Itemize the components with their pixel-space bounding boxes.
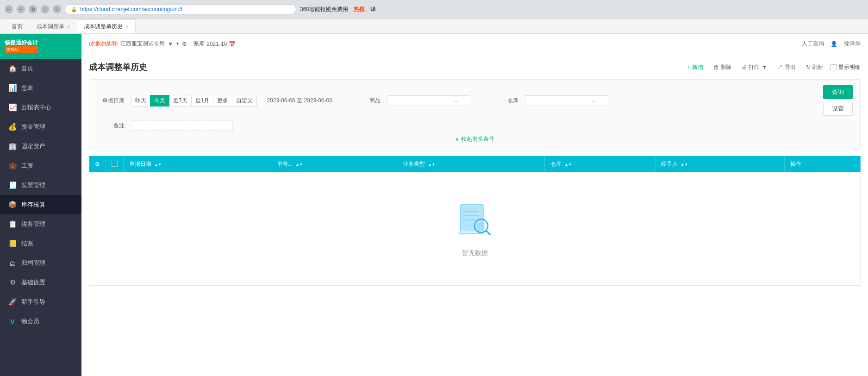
company-dropdown-icon[interactable]: ▼ bbox=[168, 41, 173, 47]
tab-bar: 首页 成本调整单 × 成本调整单历史 × bbox=[0, 19, 868, 34]
sidebar-item-invoice[interactable]: 🧾 发票管理 bbox=[0, 175, 81, 195]
sidebar-item-home-label: 首页 bbox=[21, 64, 33, 73]
sidebar-item-member-label: 畅会员 bbox=[21, 317, 39, 326]
filter-buttons: 查询 设置 bbox=[823, 85, 853, 116]
sort-arrows-handler: ▲▼ bbox=[681, 163, 688, 167]
sidebar-item-inventory[interactable]: 📦 库存核算 bbox=[0, 195, 81, 214]
empty-text: 暂无数据 bbox=[462, 249, 488, 257]
sidebar-item-close-accounts[interactable]: 📒 结账 bbox=[0, 234, 81, 253]
table-col-handler-label: 经手人 bbox=[661, 161, 678, 167]
browser-chrome: ← → ↻ ⌂ ☆ 🔒 https://cloud.chanjet.com/ac… bbox=[0, 0, 868, 19]
table-col-check[interactable] bbox=[106, 156, 124, 173]
export-button[interactable]: ↗ 导出 bbox=[774, 62, 798, 73]
date-tab-more[interactable]: 更多 bbox=[213, 95, 232, 107]
consulting-btn[interactable]: 人工咨询 bbox=[802, 40, 824, 48]
date-tab-today[interactable]: 今天 bbox=[150, 95, 169, 107]
tab-home-label: 首页 bbox=[12, 23, 23, 31]
table-col-date-label: 单据日期 bbox=[129, 161, 151, 167]
browser-toolbar: ← → ↻ ⌂ ☆ 🔒 https://cloud.chanjet.com/ac… bbox=[0, 0, 868, 19]
page-title: 成本调整单历史 bbox=[89, 62, 147, 73]
app-header-left: (勿删勿禁用) 江西服宝测试专用 ▼ + ⚙ 账期 2021-10 📅 bbox=[89, 40, 236, 48]
show-cols-toggle[interactable]: 显示明细 bbox=[831, 63, 861, 71]
print-arrow-icon: ▼ bbox=[762, 64, 767, 70]
sidebar-item-payroll[interactable]: 💼 工资 bbox=[0, 156, 81, 175]
sidebar-item-archive[interactable]: 🗂 归档管理 bbox=[0, 253, 81, 273]
refresh-button[interactable]: ↻ 刷新 bbox=[803, 62, 826, 73]
sidebar-item-tax[interactable]: 📋 税务管理 bbox=[0, 214, 81, 234]
sidebar-item-tax-label: 税务管理 bbox=[21, 220, 45, 228]
page-actions: + 新增 🗑 删除 🖨 打印 ▼ ↗ 导出 ↻ 刷新 显示明细 bbox=[684, 62, 861, 73]
date-tab-custom[interactable]: 自定义 bbox=[232, 95, 257, 107]
star-button[interactable]: ☆ bbox=[53, 5, 61, 13]
warehouse-select[interactable]: ··· bbox=[525, 95, 608, 106]
tab-cost-adjust[interactable]: 成本调整单 × bbox=[30, 19, 77, 33]
empty-state: 暂无数据 bbox=[89, 172, 860, 285]
new-button[interactable]: + 新增 bbox=[684, 62, 706, 73]
date-range-display: 2023-06-06 至 2023-06-06 bbox=[267, 97, 332, 105]
main-content: (勿删勿禁用) 江西服宝测试专用 ▼ + ⚙ 账期 2021-10 📅 人工咨询… bbox=[81, 34, 868, 376]
data-table: ⚙ 单据日期 ▲▼ 单号... ▲▼ 业务类型 bbox=[89, 156, 861, 286]
tab-cost-adjust-history[interactable]: 成本调整单历史 × bbox=[77, 19, 135, 33]
tab-cost-adjust-label: 成本调整单 bbox=[37, 23, 64, 31]
table-col-number[interactable]: 单号... ▲▼ bbox=[271, 156, 397, 173]
date-tabs: 昨天 今天 近7天 近1月 更多 自定义 bbox=[131, 95, 256, 107]
empty-state-illustration bbox=[454, 200, 496, 242]
username: 徐泽华 bbox=[844, 40, 861, 48]
sidebar-item-home[interactable]: 🏠 首页 bbox=[0, 59, 81, 78]
sidebar-item-ledger[interactable]: 📊 总账 bbox=[0, 78, 81, 98]
date-tab-yesterday[interactable]: 昨天 bbox=[131, 95, 150, 107]
tab-home[interactable]: 首页 bbox=[5, 19, 30, 33]
collapse-button[interactable]: ∧ 收起更多条件 bbox=[455, 135, 494, 143]
query-button[interactable]: 查询 bbox=[823, 85, 853, 99]
sidebar-item-fixed-assets-label: 固定资产 bbox=[21, 142, 45, 150]
remark-input[interactable] bbox=[131, 120, 233, 131]
table-col-number-label: 单号... bbox=[277, 161, 293, 167]
show-cols-checkbox[interactable] bbox=[831, 64, 837, 70]
reload-button[interactable]: ↻ bbox=[29, 5, 37, 13]
date-tab-7days[interactable]: 近7天 bbox=[169, 95, 192, 107]
forward-button[interactable]: → bbox=[17, 5, 25, 13]
period-label: 账期 bbox=[194, 40, 205, 48]
date-tab-1month[interactable]: 近1月 bbox=[191, 95, 214, 107]
goods-select[interactable]: ··· bbox=[387, 95, 470, 106]
delete-button[interactable]: 🗑 删除 bbox=[711, 62, 734, 73]
add-company-btn[interactable]: + bbox=[176, 41, 179, 47]
table-col-type[interactable]: 业务类型 ▲▼ bbox=[397, 156, 545, 173]
table-body: 暂无数据 bbox=[89, 172, 861, 286]
member-icon: V bbox=[8, 317, 17, 326]
logo-badge: 旗舰版 bbox=[5, 46, 38, 53]
tab-cost-adjust-history-close[interactable]: × bbox=[125, 24, 128, 29]
filter-settings-button[interactable]: 设置 bbox=[823, 102, 853, 116]
sidebar-item-settings[interactable]: ⚙ 基础设置 bbox=[0, 273, 81, 292]
table-col-gear[interactable]: ⚙ bbox=[89, 156, 106, 173]
table-col-handler[interactable]: 经手人 ▲▼ bbox=[655, 156, 784, 173]
company-settings-icon[interactable]: ⚙ bbox=[182, 41, 187, 47]
goods-more-icon[interactable]: ··· bbox=[454, 97, 459, 104]
invoice-icon: 🧾 bbox=[8, 181, 17, 189]
print-button[interactable]: 🖨 打印 ▼ bbox=[739, 62, 770, 73]
table-select-all-checkbox[interactable] bbox=[112, 161, 118, 167]
sidebar-item-fixed-assets[interactable]: 🏢 固定资产 bbox=[0, 137, 81, 156]
browser-url-bar[interactable]: 🔒 https://cloud.chanjet.com/accounting/u… bbox=[65, 4, 296, 14]
warehouse-more-icon[interactable]: ··· bbox=[592, 97, 597, 104]
table-col-type-label: 业务类型 bbox=[403, 161, 425, 167]
table-col-date[interactable]: 单据日期 ▲▼ bbox=[124, 156, 271, 173]
home-button[interactable]: ⌂ bbox=[41, 5, 49, 13]
sidebar-item-invoice-label: 发票管理 bbox=[21, 181, 45, 189]
calendar-icon[interactable]: 📅 bbox=[229, 41, 236, 47]
back-button[interactable]: ← bbox=[5, 5, 13, 13]
sidebar-item-inventory-label: 库存核算 bbox=[21, 201, 45, 209]
sidebar-item-reports[interactable]: 📈 云报表中心 bbox=[0, 98, 81, 117]
sidebar-item-settings-label: 基础设置 bbox=[21, 278, 45, 287]
hot-search-label: 热搜 bbox=[354, 6, 365, 13]
translate-btn[interactable]: 译 bbox=[370, 6, 376, 13]
empty-state-cell: 暂无数据 bbox=[89, 172, 861, 286]
table-col-warehouse[interactable]: 仓库 ▲▼ bbox=[545, 156, 656, 173]
sidebar-item-reports-label: 云报表中心 bbox=[21, 103, 51, 112]
sidebar-item-member[interactable]: V 畅会员 bbox=[0, 312, 81, 331]
tab-cost-adjust-close[interactable]: × bbox=[67, 24, 70, 29]
svg-line-6 bbox=[486, 231, 490, 235]
sidebar-item-finance[interactable]: 💰 资金管理 bbox=[0, 117, 81, 137]
sidebar-item-guide[interactable]: 🚀 新手引导 bbox=[0, 292, 81, 312]
account-info: (勿删勿禁用) 江西服宝测试专用 ▼ + ⚙ bbox=[89, 40, 187, 48]
